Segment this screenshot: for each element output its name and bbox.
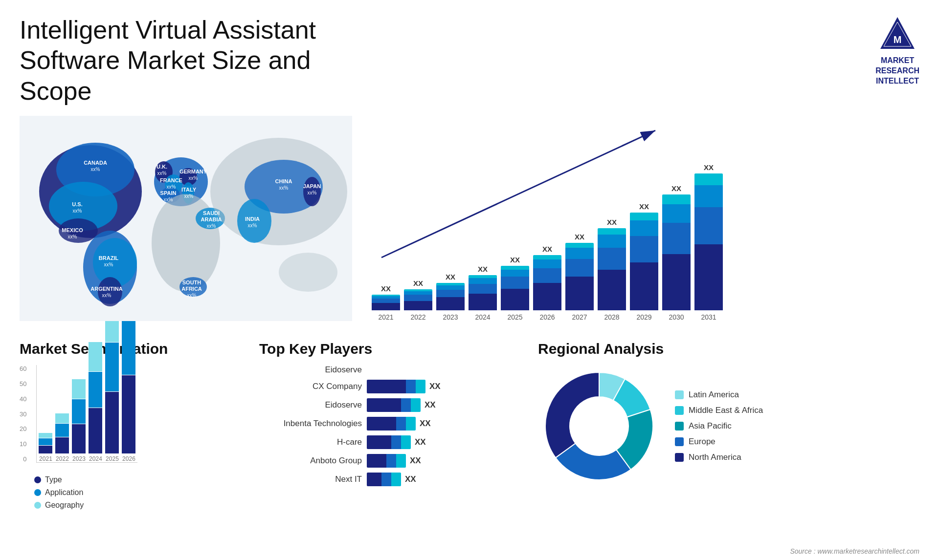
- players-list: EidoserveCX CompanyXXEidoserveXXInbenta …: [259, 365, 514, 486]
- donut-legend-item: North America: [675, 452, 763, 462]
- svg-text:ARGENTINA: ARGENTINA: [90, 286, 122, 292]
- svg-text:FRANCE: FRANCE: [160, 177, 182, 183]
- logo-area: M MARKET RESEARCH INTELLECT: [875, 15, 919, 86]
- svg-text:xx%: xx%: [207, 223, 216, 229]
- svg-text:SPAIN: SPAIN: [160, 190, 177, 196]
- player-row: Next ITXX: [259, 473, 514, 486]
- page: Intelligent Virtual Assistant Software M…: [0, 0, 939, 560]
- donut-legend-item: Latin America: [675, 390, 763, 400]
- seg-y-axis: 60 50 40 30 20 10 0: [20, 365, 26, 463]
- player-row: EidoserveXX: [259, 398, 514, 412]
- regional-area: Regional Analysis Latin AmericaMiddle Ea…: [528, 341, 919, 487]
- bar-group: XX: [694, 163, 723, 310]
- bar-group: XX: [533, 245, 561, 310]
- svg-text:xx%: xx%: [187, 293, 197, 298]
- bar-group: XX: [662, 184, 691, 310]
- source-text: Source : www.marketresearchintellect.com: [790, 547, 919, 555]
- svg-text:BRAZIL: BRAZIL: [99, 255, 119, 261]
- bar-group: XX: [469, 265, 497, 310]
- seg-legend: TypeApplicationGeography: [34, 475, 235, 510]
- player-row: Eidoserve: [259, 365, 514, 375]
- svg-text:xx%: xx%: [189, 175, 198, 181]
- svg-text:CHINA: CHINA: [275, 178, 292, 184]
- svg-text:xx%: xx%: [308, 190, 317, 195]
- player-row: H-careXX: [259, 435, 514, 449]
- legend-item: Type: [34, 475, 235, 484]
- bottom-section: Market Segmentation 60 50 40 30 20 10 0 …: [20, 341, 919, 510]
- logo-icon: M: [878, 15, 917, 54]
- logo-text: MARKET RESEARCH INTELLECT: [875, 56, 919, 86]
- svg-text:xx%: xx%: [104, 262, 113, 267]
- regional-title: Regional Analysis: [538, 341, 919, 357]
- bar-years: 2021202220232024202520262027202820292030…: [372, 313, 919, 321]
- player-row: Anboto GroupXX: [259, 454, 514, 468]
- svg-text:xx%: xx%: [167, 184, 176, 190]
- bar-group: XX: [501, 256, 529, 310]
- seg-chart-wrapper: 60 50 40 30 20 10 0 20212022202320242025…: [20, 365, 235, 463]
- player-row: CX CompanyXX: [259, 380, 514, 393]
- players-title: Top Key Players: [259, 341, 514, 357]
- donut-chart: [538, 365, 660, 487]
- svg-point-24: [279, 253, 337, 292]
- svg-text:xx%: xx%: [73, 208, 82, 214]
- svg-text:xx%: xx%: [102, 293, 112, 298]
- svg-text:ARABIA: ARABIA: [201, 216, 222, 222]
- donut-container: Latin AmericaMiddle East & AfricaAsia Pa…: [538, 365, 919, 487]
- bar-group: XX: [404, 279, 432, 310]
- svg-text:M: M: [894, 34, 902, 45]
- bar-chart-bars: XXXXXXXXXXXXXXXXXXXXXX: [372, 159, 919, 310]
- bar-group: XX: [598, 218, 626, 310]
- page-title: Intelligent Virtual Assistant Software M…: [20, 15, 386, 106]
- map-area: CANADA xx% U.S. xx% MEXICO xx% BRAZIL xx…: [20, 116, 352, 321]
- chart-area: XXXXXXXXXXXXXXXXXXXXXX 20212022202320242…: [372, 116, 919, 321]
- seg-chart: 202120222023202420252026: [36, 365, 137, 463]
- svg-text:SOUTH: SOUTH: [182, 280, 201, 285]
- player-row: Inbenta TechnologiesXX: [259, 417, 514, 431]
- svg-text:GERMANY: GERMANY: [179, 169, 207, 174]
- legend-item: Geography: [34, 501, 235, 510]
- svg-text:xx%: xx%: [68, 234, 77, 239]
- donut-legend: Latin AmericaMiddle East & AfricaAsia Pa…: [675, 390, 763, 462]
- svg-text:U.K.: U.K.: [156, 164, 167, 170]
- donut-legend-item: Asia Pacific: [675, 421, 763, 431]
- svg-text:INDIA: INDIA: [245, 216, 260, 222]
- world-map: CANADA xx% U.S. xx% MEXICO xx% BRAZIL xx…: [20, 116, 352, 321]
- players-area: Top Key Players EidoserveCX CompanyXXEid…: [245, 341, 528, 486]
- segmentation-area: Market Segmentation 60 50 40 30 20 10 0 …: [20, 341, 245, 510]
- svg-text:MEXICO: MEXICO: [62, 227, 83, 233]
- svg-text:U.S.: U.S.: [72, 201, 82, 207]
- header: Intelligent Virtual Assistant Software M…: [20, 15, 919, 106]
- svg-text:SAUDI: SAUDI: [203, 210, 220, 216]
- bar-group: XX: [565, 233, 594, 310]
- bar-group: XX: [436, 273, 465, 310]
- bar-group: XX: [630, 202, 658, 310]
- svg-text:xx%: xx%: [91, 167, 100, 172]
- donut-legend-item: Europe: [675, 437, 763, 447]
- donut-legend-item: Middle East & Africa: [675, 406, 763, 415]
- svg-text:xx%: xx%: [184, 194, 194, 199]
- legend-item: Application: [34, 488, 235, 497]
- bar-group: XX: [372, 284, 400, 310]
- svg-point-10: [98, 277, 122, 306]
- svg-text:xx%: xx%: [248, 223, 257, 228]
- svg-text:AFRICA: AFRICA: [181, 286, 202, 292]
- svg-text:xx%: xx%: [157, 171, 167, 176]
- svg-text:ITALY: ITALY: [181, 187, 197, 193]
- svg-text:JAPAN: JAPAN: [303, 183, 321, 189]
- svg-text:xx%: xx%: [279, 185, 289, 191]
- top-section: CANADA xx% U.S. xx% MEXICO xx% BRAZIL xx…: [20, 116, 919, 321]
- svg-text:CANADA: CANADA: [84, 160, 107, 166]
- svg-text:xx%: xx%: [164, 197, 173, 202]
